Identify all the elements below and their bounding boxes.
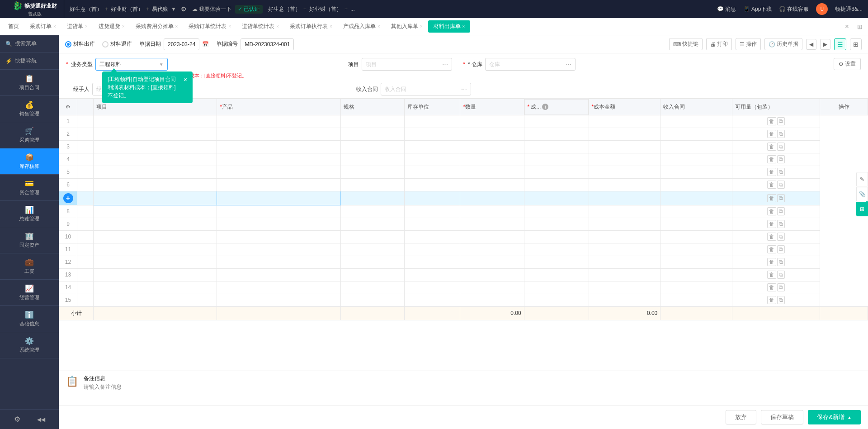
- tab-close-return[interactable]: ×: [122, 24, 125, 29]
- tab-close-exec[interactable]: ×: [330, 24, 332, 29]
- tab-close-materialout[interactable]: ×: [462, 24, 465, 29]
- row-copy-icon[interactable]: ⧉: [777, 296, 785, 304]
- top-right-tab3[interactable]: ...: [350, 6, 355, 12]
- tab-other-in[interactable]: 其他入库单 ×: [386, 20, 428, 33]
- row-delete-icon[interactable]: 🗑: [767, 143, 776, 151]
- tab-purchase-order[interactable]: 采购订单 ×: [24, 20, 61, 33]
- tab-incoming[interactable]: 进货单 ×: [61, 20, 93, 33]
- save-draft-btn[interactable]: 保存草稿: [761, 410, 803, 424]
- tab-purchase-stat[interactable]: 采购订单统计表 ×: [183, 20, 236, 33]
- row-copy-icon[interactable]: ⧉: [777, 130, 785, 138]
- tab-close-expense[interactable]: ×: [175, 24, 178, 29]
- discard-btn[interactable]: 放弃: [726, 410, 756, 424]
- right-icon-3[interactable]: ⊞: [856, 202, 868, 216]
- sidebar-item-operations[interactable]: 📈 经营管理: [0, 280, 59, 306]
- sidebar-item-assets[interactable]: 🏢 固定资产: [0, 227, 59, 253]
- number-value[interactable]: MD-20230324-001: [241, 38, 294, 50]
- sidebar-item-project[interactable]: 📋 项目合同: [0, 70, 59, 96]
- tab-grid-view[interactable]: ⊞: [854, 22, 865, 31]
- active-table-row[interactable]: + 🗑⧉: [59, 191, 868, 205]
- tab-close-prodin[interactable]: ×: [377, 24, 380, 29]
- add-row-btn[interactable]: +: [63, 193, 73, 203]
- row-delete-icon[interactable]: 🗑: [767, 130, 776, 138]
- row7-copy-icon[interactable]: ⧉: [777, 194, 785, 202]
- print-btn[interactable]: 🖨 打印: [706, 38, 732, 50]
- nav-dropdown-icon[interactable]: ▼: [171, 6, 176, 12]
- sidebar-item-baseinfo[interactable]: ℹ️ 基础信息: [0, 306, 59, 332]
- col-settings-header[interactable]: ⚙: [59, 99, 77, 115]
- nav-tab-good-finance[interactable]: 好业财（首）: [111, 5, 143, 13]
- row-delete-icon[interactable]: 🗑: [767, 245, 776, 253]
- row-delete-icon[interactable]: 🗑: [767, 283, 776, 291]
- row-delete-icon[interactable]: 🗑: [767, 181, 776, 189]
- quick-key-btn[interactable]: ⌨ 快捷键: [669, 38, 703, 50]
- row-copy-icon[interactable]: ⧉: [777, 245, 785, 253]
- row-copy-icon[interactable]: ⧉: [777, 168, 785, 176]
- tab-close-incoming[interactable]: ×: [85, 24, 88, 29]
- income-contract-dots-icon[interactable]: ···: [461, 85, 467, 93]
- nav-tab-good-biz[interactable]: 好生意（首）: [70, 5, 102, 13]
- tab-exec[interactable]: 采购订单执行表 ×: [284, 20, 338, 33]
- tab-product-in[interactable]: 产成品入库单 ×: [338, 20, 386, 33]
- row-delete-icon[interactable]: 🗑: [767, 168, 776, 176]
- tab-incoming-stat[interactable]: 进货单统计表 ×: [236, 20, 284, 33]
- right-icon-1[interactable]: ✎: [856, 172, 868, 186]
- top-right-tab2[interactable]: 好业财（首）: [309, 5, 342, 13]
- row-delete-icon[interactable]: 🗑: [767, 207, 776, 215]
- row-delete-icon[interactable]: 🗑: [767, 296, 776, 304]
- sidebar-search[interactable]: 🔍 搜索菜单: [0, 35, 59, 52]
- username[interactable]: 畅捷通8&...: [835, 5, 863, 13]
- sidebar-item-inventory[interactable]: 📦 库存核算: [0, 148, 59, 175]
- row-delete-icon[interactable]: 🗑: [767, 258, 776, 266]
- sidebar-quick-nav[interactable]: ⚡ 快捷导航: [0, 52, 59, 70]
- income-contract-input[interactable]: 收入合同 ···: [381, 83, 471, 95]
- tab-return[interactable]: 进货退货 ×: [93, 20, 130, 33]
- project-input[interactable]: 项目 ···: [362, 58, 452, 71]
- row-copy-icon[interactable]: ⧉: [777, 271, 785, 279]
- list-view-btn[interactable]: ☰: [834, 38, 846, 50]
- row-copy-icon[interactable]: ⧉: [777, 207, 785, 215]
- row-copy-icon[interactable]: ⧉: [777, 233, 785, 241]
- operation-btn[interactable]: ☰ 操作: [736, 38, 761, 50]
- top-right-tab1[interactable]: 好生意（首）: [268, 5, 301, 13]
- sidebar-item-sysadmin[interactable]: ⚙️ 系统管理: [0, 332, 59, 358]
- nav-next-btn[interactable]: ▶: [820, 39, 830, 50]
- row-delete-icon[interactable]: 🗑: [767, 220, 776, 228]
- form-settings-btn[interactable]: ⚙ 设置: [834, 58, 861, 70]
- row-copy-icon[interactable]: ⧉: [777, 258, 785, 266]
- grid-view-btn[interactable]: ⊞: [850, 38, 862, 50]
- tab-close-all[interactable]: ×: [842, 22, 852, 32]
- app-download-btn[interactable]: 📱 App下载: [743, 5, 772, 13]
- notes-input[interactable]: [84, 383, 861, 401]
- row7-delete-icon[interactable]: 🗑: [767, 194, 776, 202]
- sidebar-item-salary[interactable]: 💼 工资: [0, 253, 59, 280]
- tab-home[interactable]: 首页: [3, 20, 24, 33]
- history-btn[interactable]: 🕐 历史单据: [764, 38, 802, 50]
- sidebar-item-finance[interactable]: 💳 资金管理: [0, 175, 59, 201]
- warehouse-dots-icon[interactable]: ···: [566, 60, 571, 68]
- business-type-select[interactable]: 工程领料 ▼: [95, 58, 168, 71]
- row-copy-icon[interactable]: ⧉: [777, 117, 785, 125]
- row7-product-input[interactable]: [218, 195, 339, 201]
- row-delete-icon[interactable]: 🗑: [767, 155, 776, 163]
- nav-tab-easy-account[interactable]: 易代账: [152, 5, 168, 13]
- row-delete-icon[interactable]: 🗑: [767, 233, 776, 241]
- message-btn[interactable]: 💬 消息: [717, 5, 736, 13]
- row7-project-input[interactable]: [94, 195, 216, 201]
- radio-material-out[interactable]: 材料出库: [65, 40, 95, 48]
- row-copy-icon[interactable]: ⧉: [777, 143, 785, 151]
- save-new-expand-icon[interactable]: ▲: [847, 415, 852, 420]
- tab-close-otherin[interactable]: ×: [420, 24, 423, 29]
- save-new-btn[interactable]: 保存&新增 ▲: [808, 410, 861, 424]
- tooltip-close-icon[interactable]: ×: [184, 75, 187, 85]
- radio-material-return[interactable]: 材料退库: [102, 40, 132, 48]
- col-settings-icon[interactable]: ⚙: [66, 104, 71, 110]
- row-copy-icon[interactable]: ⧉: [777, 220, 785, 228]
- row-delete-icon[interactable]: 🗑: [767, 271, 776, 279]
- bottom-collapse-icon[interactable]: ◀◀: [37, 416, 45, 423]
- warehouse-input[interactable]: 仓库 ···: [485, 58, 576, 71]
- settings-icon[interactable]: ⚙: [181, 5, 187, 13]
- user-avatar[interactable]: U: [816, 3, 828, 15]
- row-copy-icon[interactable]: ⧉: [777, 181, 785, 189]
- right-icon-2[interactable]: 📎: [856, 187, 868, 201]
